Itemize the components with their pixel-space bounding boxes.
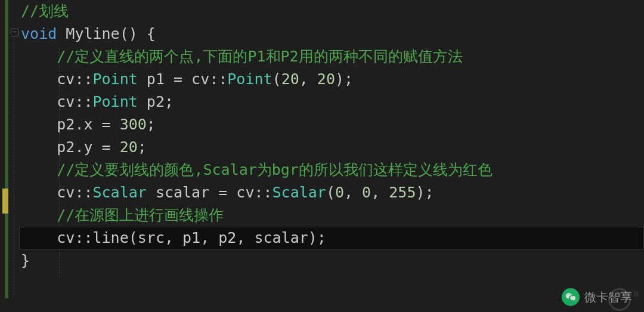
code-area[interactable]: //划线 void Myline() { //定义直线的两个点,下面的P1和P2… bbox=[12, 0, 644, 272]
number: 0 bbox=[362, 184, 371, 201]
number: 20 bbox=[317, 70, 335, 88]
code-line: p2.y = 20; bbox=[12, 136, 644, 159]
brace: { bbox=[138, 25, 156, 42]
code-line: } bbox=[12, 249, 644, 272]
change-marker-yellow bbox=[2, 189, 8, 214]
code-line: //在源图上进行画线操作 bbox=[12, 204, 644, 227]
corner-watermark: 创新互联 bbox=[607, 287, 643, 311]
comment: //定义直线的两个点,下面的P1和P2用的两种不同的赋值方法 bbox=[57, 48, 462, 65]
function-call: line bbox=[93, 229, 129, 246]
wechat-icon bbox=[562, 288, 580, 306]
code-line: p2.x = 300; bbox=[12, 113, 644, 136]
number: 255 bbox=[389, 184, 416, 201]
change-marker-green bbox=[5, 0, 8, 298]
gutter bbox=[0, 0, 12, 312]
code-line: //定义直线的两个点,下面的P1和P2用的两种不同的赋值方法 bbox=[12, 45, 644, 68]
code-line: //划线 bbox=[12, 0, 644, 23]
code-line: void Myline() { bbox=[12, 23, 644, 45]
comment: //定义要划线的颜色,Scalar为bgr的所以我们这样定义线为红色 bbox=[57, 161, 493, 178]
keyword: void bbox=[21, 25, 57, 42]
namespace: cv:: bbox=[57, 70, 92, 88]
number: 0 bbox=[335, 184, 344, 201]
parens: () bbox=[120, 25, 138, 42]
code-line: cv::line(src, p1, p2, scalar); bbox=[12, 227, 644, 249]
code-editor[interactable]: − //划线 void Myline() { //定义直线的两个点,下面的P1和… bbox=[0, 0, 644, 312]
comment: //划线 bbox=[21, 2, 69, 20]
code-line: cv::Scalar scalar = cv::Scalar(0, 0, 255… bbox=[12, 181, 644, 204]
code-line: cv::Point p1 = cv::Point(20, 20); bbox=[12, 68, 644, 91]
variable: scalar bbox=[156, 184, 209, 201]
number: 20 bbox=[281, 70, 299, 88]
code-line: //定义要划线的颜色,Scalar为bgr的所以我们这样定义线为红色 bbox=[12, 159, 644, 181]
function-name: Myline bbox=[57, 25, 119, 42]
type: Point bbox=[93, 70, 138, 88]
variable: p1 bbox=[147, 70, 165, 88]
comment: //在源图上进行画线操作 bbox=[57, 206, 224, 224]
close-brace: } bbox=[21, 252, 30, 269]
code-line: cv::Point p2; bbox=[12, 91, 644, 113]
number: 20 bbox=[120, 138, 138, 156]
type: Scalar bbox=[93, 184, 147, 201]
corner-watermark-text: 创新互联 bbox=[615, 291, 639, 298]
number: 300 bbox=[120, 116, 147, 133]
